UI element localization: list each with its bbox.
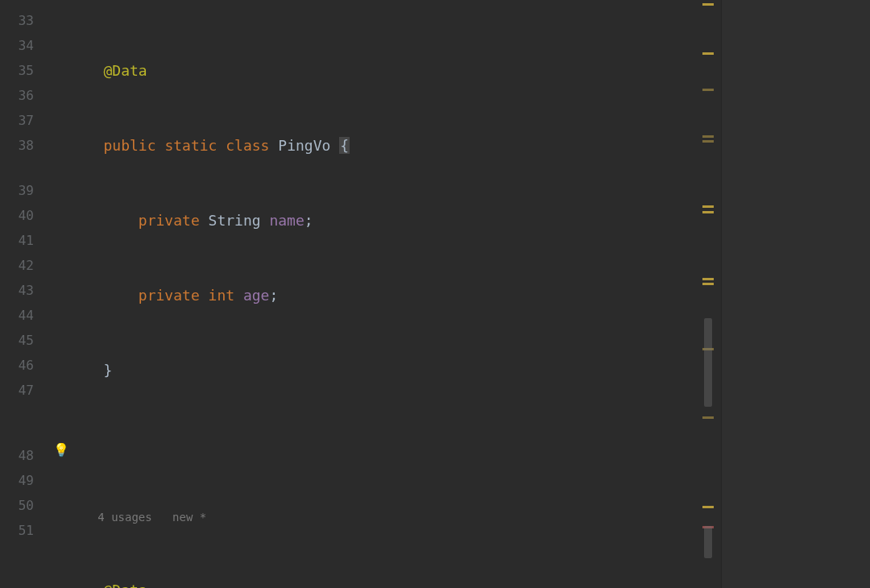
stripe-marker[interactable] [702, 506, 714, 508]
line-number: 34 [0, 33, 45, 58]
vcs-hint[interactable]: new * [172, 511, 206, 524]
line-number: 41 [0, 228, 45, 253]
annotation: @Data [104, 582, 147, 588]
line-number: 36 [0, 83, 45, 108]
gutter-margin: 💡 [45, 0, 77, 588]
field: age [243, 287, 270, 304]
keyword: public [104, 137, 156, 154]
keyword: private [139, 287, 200, 304]
code-editor[interactable]: 33 34 35 36 37 38 39 40 41 42 43 44 45 4… [0, 0, 870, 588]
usages-hint[interactable]: 4 usages [97, 511, 151, 524]
line-number: 42 [0, 253, 45, 278]
line-number: 37 [0, 108, 45, 133]
line-number: 50 [0, 493, 45, 518]
line-number: 45 [0, 328, 45, 353]
punct: ; [304, 212, 313, 229]
stripe-marker[interactable] [702, 140, 714, 143]
keyword: private [139, 212, 200, 229]
scrollbar-thumb[interactable] [704, 318, 712, 407]
stripe-marker[interactable] [702, 278, 714, 280]
field: name [269, 212, 304, 229]
line-number: 46 [0, 353, 45, 378]
stripe-marker[interactable] [702, 283, 714, 285]
line-number: 44 [0, 303, 45, 328]
stripe-marker[interactable] [702, 3, 714, 6]
line-number: 33 [0, 8, 45, 33]
stripe-marker[interactable] [702, 205, 714, 208]
line-number: 40 [0, 203, 45, 228]
annotation: @Data [104, 62, 147, 79]
scrollbar-thumb[interactable] [704, 526, 712, 558]
type: String [209, 212, 261, 229]
type: int [209, 287, 235, 304]
line-number: 43 [0, 278, 45, 303]
brace: { [339, 137, 350, 154]
line-number: 47 [0, 378, 45, 403]
line-number: 49 [0, 468, 45, 493]
keyword: static [164, 137, 217, 154]
class-name: PingVo [278, 137, 330, 154]
line-gutter: 33 34 35 36 37 38 39 40 41 42 43 44 45 4… [0, 0, 45, 588]
line-number: 35 [0, 58, 45, 83]
brace: } [104, 362, 113, 379]
stripe-marker[interactable] [702, 211, 714, 213]
stripe-marker[interactable] [702, 89, 714, 91]
intention-bulb-icon[interactable]: 💡 [53, 442, 69, 458]
line-number: 48 [0, 443, 45, 468]
stripe-marker[interactable] [702, 52, 714, 55]
punct: ; [269, 287, 278, 304]
keyword: class [226, 137, 269, 154]
minimap[interactable] [721, 0, 870, 588]
stripe-marker[interactable] [702, 416, 714, 419]
stripe-marker[interactable] [702, 135, 714, 138]
line-number: 38 [0, 133, 45, 158]
line-number: 51 [0, 518, 45, 543]
error-stripe[interactable] [702, 0, 717, 588]
line-number: 39 [0, 178, 45, 203]
